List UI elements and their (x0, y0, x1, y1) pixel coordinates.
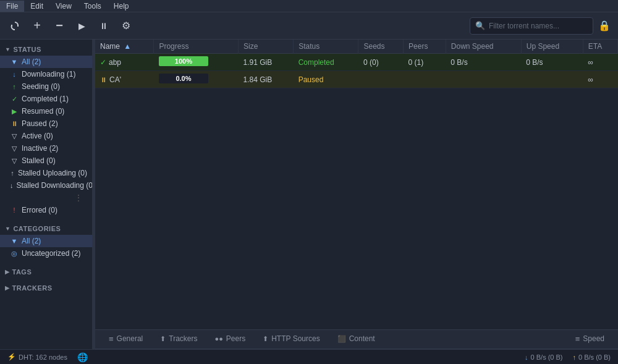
trackers-tab-icon: ⬆ (160, 335, 166, 343)
table-row[interactable]: ⏸CA'0.0%1.84 GiBPaused∞ (95, 71, 618, 88)
torrent-name-cell: ⏸CA' (95, 71, 154, 88)
stalled-icon: ▽ (10, 157, 19, 165)
peers-tab-label: Peers (226, 334, 245, 343)
col-name[interactable]: Name ▲ (95, 40, 154, 54)
sidebar-item-all[interactable]: ▼ All (2) (0, 56, 92, 68)
sidebar-item-stalled-uploading[interactable]: ↑ Stalled Uploading (0) (0, 167, 92, 179)
sidebar-inactive-label: Inactive (2) (22, 144, 58, 153)
sidebar-item-paused[interactable]: ⏸ Paused (2) (0, 117, 92, 130)
sidebar-categories-header[interactable]: ▼ CATEGORIES (0, 221, 92, 235)
torrent-peers-cell (404, 71, 446, 88)
all-icon: ▼ (10, 58, 19, 66)
sidebar-stalled-label: Stalled (0) (22, 156, 56, 165)
pause-icon: ⏸ (100, 76, 107, 83)
resume-button[interactable]: ▶ (72, 16, 91, 36)
sidebar-resumed-label: Resumed (0) (22, 107, 64, 116)
svg-rect-0 (11, 25, 12, 27)
tags-section-label: TAGS (12, 268, 32, 276)
sidebar-cat-all-label: All (2) (22, 237, 41, 245)
status-bar: ⚡ DHT: 162 nodes 🌐 ↓ 0 B/s (0 B) ↑ 0 B/s… (0, 349, 618, 364)
tab-general[interactable]: ≡ General (100, 331, 151, 349)
menu-file[interactable]: File (0, 1, 24, 12)
dht-info: ⚡ DHT: 162 nodes (7, 353, 67, 361)
tab-peers[interactable]: ●● Peers (206, 331, 255, 348)
tab-trackers[interactable]: ⬆ Trackers (151, 331, 206, 348)
col-size[interactable]: Size (238, 40, 293, 54)
network-icon-group: 🌐 (77, 352, 88, 362)
trackers-section-label: TRACKERS (12, 284, 53, 292)
torrent-up-speed-cell (521, 71, 583, 88)
settings-button[interactable]: ⚙ (116, 16, 136, 36)
check-icon: ✓ (100, 58, 106, 67)
tags-chevron-icon: ▶ (5, 269, 10, 275)
categories-chevron-icon: ▼ (5, 226, 11, 232)
trackers-chevron-icon: ▶ (5, 285, 10, 291)
tab-content[interactable]: ⬛ Content (329, 331, 384, 348)
sidebar-item-resumed[interactable]: ▶ Resumed (0) (0, 105, 92, 117)
menu-bar: File Edit View Tools Help (0, 0, 618, 12)
categories-section-label: CATEGORIES (13, 225, 61, 232)
torrent-list: Name ▲ Progress Size Status Seeds Peers … (95, 40, 618, 88)
menu-tools[interactable]: Tools (78, 1, 108, 12)
table-row[interactable]: ✓abp100%1.91 GiBCompleted0 (0)0 (1)0 B/s… (95, 54, 618, 71)
tab-http-sources[interactable]: ⬆ HTTP Sources (254, 331, 328, 348)
tab-speed[interactable]: ≡ Speed (567, 331, 613, 349)
torrent-status-cell: Paused (294, 71, 358, 88)
speed-tab-label: Speed (583, 334, 604, 343)
content-tab-icon: ⬛ (337, 335, 346, 343)
status-section-label: STATUS (13, 46, 41, 53)
add-magnet-button[interactable] (5, 16, 25, 36)
col-seeds[interactable]: Seeds (358, 40, 404, 54)
search-box: 🔍 (470, 17, 593, 35)
col-progress[interactable]: Progress (154, 40, 239, 54)
sidebar-tags-header[interactable]: ▶ TAGS (0, 265, 92, 278)
up-speed-label: 0 B/s (0 B) (578, 353, 611, 361)
active-icon: ▽ (10, 132, 19, 140)
col-status[interactable]: Status (294, 40, 358, 54)
sidebar-completed-label: Completed (1) (22, 95, 69, 103)
col-peers[interactable]: Peers (404, 40, 446, 54)
status-chevron-icon: ▼ (5, 46, 11, 53)
sidebar-item-uncategorized[interactable]: ◎ Uncategorized (2) (0, 247, 92, 260)
sidebar-trackers-header[interactable]: ▶ TRACKERS (0, 281, 92, 294)
down-arrow-icon: ↓ (525, 353, 528, 361)
search-input[interactable] (489, 22, 588, 30)
main-area: ▼ STATUS ▼ All (2) ↓ Downloading (1) ↑ S… (0, 40, 618, 349)
torrent-eta-cell: ∞ (583, 71, 617, 88)
speed-tab-icon: ≡ (575, 334, 580, 344)
sidebar-downloading-label: Downloading (1) (22, 70, 75, 78)
torrent-down-speed-cell (446, 71, 521, 88)
sidebar-item-cat-all[interactable]: ▼ All (2) (0, 235, 92, 247)
remove-torrent-button[interactable]: − (49, 16, 69, 36)
sidebar-item-downloading[interactable]: ↓ Downloading (1) (0, 68, 92, 80)
torrent-seeds-cell: 0 (0) (358, 54, 404, 71)
errored-icon: ! (10, 206, 19, 214)
sidebar-status-header[interactable]: ▼ STATUS (0, 42, 92, 56)
sidebar-item-stalled-downloading[interactable]: ↓ Stalled Downloading (0) (0, 179, 92, 192)
torrent-size-cell: 1.91 GiB (238, 54, 293, 71)
col-down-speed[interactable]: Down Speed (446, 40, 521, 54)
menu-help[interactable]: Help (108, 1, 135, 12)
col-up-speed[interactable]: Up Speed (521, 40, 583, 54)
lock-button[interactable]: 🔒 (596, 17, 613, 35)
torrent-progress-cell: 100% (154, 54, 239, 71)
down-speed-info: ↓ 0 B/s (0 B) (525, 353, 562, 361)
add-torrent-button[interactable]: + (27, 16, 47, 36)
sidebar-item-stalled[interactable]: ▽ Stalled (0) (0, 154, 92, 167)
up-arrow-icon: ↑ (573, 353, 577, 361)
sidebar-item-seeding[interactable]: ↑ Seeding (0) (0, 80, 92, 93)
seeding-icon: ↑ (10, 83, 19, 90)
sidebar-item-inactive[interactable]: ▽ Inactive (2) (0, 142, 92, 154)
sidebar-item-active[interactable]: ▽ Active (0) (0, 130, 92, 142)
sidebar-item-completed[interactable]: ✓ Completed (1) (0, 93, 92, 105)
progress-text: 100% (159, 57, 208, 65)
sidebar-item-errored[interactable]: ! Errored (0) (0, 204, 92, 216)
torrent-down-speed-cell: 0 B/s (446, 54, 521, 71)
menu-edit[interactable]: Edit (24, 1, 49, 12)
resize-indicator: ⋮ (0, 192, 92, 204)
up-speed-info: ↑ 0 B/s (0 B) (573, 353, 611, 361)
col-eta[interactable]: ETA (583, 40, 617, 54)
menu-view[interactable]: View (49, 1, 78, 12)
pause-button[interactable]: ⏸ (94, 16, 114, 36)
sort-arrow-icon: ▲ (124, 42, 131, 51)
